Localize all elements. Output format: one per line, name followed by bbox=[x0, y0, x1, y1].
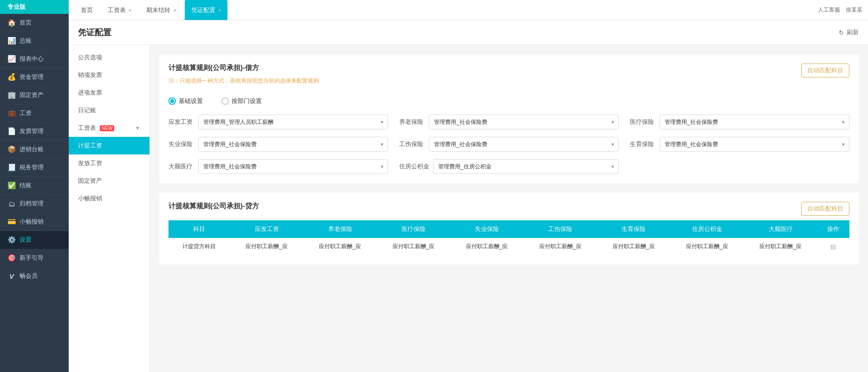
sidebar-item-home[interactable]: 🏠 首页 bbox=[0, 14, 69, 32]
debit-auto-match-btn[interactable]: 自动匹配科目 bbox=[801, 64, 849, 77]
tab-period-label: 期末结转 bbox=[146, 6, 170, 14]
credit-title: 计提核算规则(公司承担)-贷方 bbox=[168, 202, 259, 211]
select-yiliao[interactable]: 管理费用_社会保险费 ▼ bbox=[660, 115, 849, 129]
username: 徐某某 bbox=[846, 6, 862, 14]
credit-section: 计提核算规则(公司承担)-贷方 自动匹配科目 科目 应发工资 养老保险 医疗保险… bbox=[159, 192, 859, 264]
select-gongshang[interactable]: 管理费用_社会保险费 ▼ bbox=[429, 137, 619, 152]
tab-voucher-config[interactable]: 凭证配置 × bbox=[185, 0, 227, 20]
cell-yanglao: 应付职工薪酬_应 bbox=[304, 238, 377, 255]
sidebar-item-fund-management[interactable]: 💰 资金管理 bbox=[0, 68, 69, 86]
form-row-yingfagongzi: 应发工资 管理费用_管理人员职工薪酬 ▼ bbox=[168, 115, 388, 129]
refresh-icon: ↻ bbox=[839, 29, 844, 36]
form-row-gongshang: 工伤保险 管理费用_社会保险费 ▼ bbox=[399, 137, 619, 152]
sidebar-item-settlement[interactable]: ✅ 结账 bbox=[0, 177, 69, 195]
sidebar-item-report-center[interactable]: 📈 报表中心 bbox=[0, 50, 69, 68]
arrow-icon: ▼ bbox=[135, 125, 140, 131]
select-yanglao[interactable]: 管理费用_社会保险费 ▼ bbox=[429, 115, 619, 129]
expenses-icon: 💳 bbox=[7, 218, 16, 226]
sidebar-item-payroll[interactable]: 💼 工资 bbox=[0, 104, 69, 122]
main-area: 首页 工资表 × 期末结转 × 凭证配置 × 人工客服 徐某某 凭证配置 ↻ 刷… bbox=[69, 0, 868, 372]
radio-department[interactable]: 按部门设置 bbox=[221, 97, 262, 105]
nav-accrual-salary[interactable]: 计提工资 bbox=[69, 137, 149, 154]
new-badge: NEW bbox=[100, 125, 114, 131]
tab-payroll-label: 工资表 bbox=[108, 6, 126, 14]
purchase-icon: 📦 bbox=[7, 145, 16, 154]
select-yingfagongzi[interactable]: 管理费用_管理人员职工薪酬 ▼ bbox=[198, 115, 388, 129]
col-action: 操作 bbox=[817, 220, 849, 238]
sidebar-item-purchase-sales[interactable]: 📦 进销台账 bbox=[0, 141, 69, 159]
topbar: 首页 工资表 × 期末结转 × 凭证配置 × 人工客服 徐某某 bbox=[69, 0, 868, 20]
col-shiye: 失业保险 bbox=[450, 220, 524, 238]
tab-period-close-btn[interactable]: × bbox=[173, 7, 176, 13]
form-row-yanglao: 养老保险 管理费用_社会保险费 ▼ bbox=[399, 115, 619, 129]
sidebar-item-archive[interactable]: 🗂 归档管理 bbox=[0, 195, 69, 213]
form-row-gongjijin: 住房公积金 管理费用_住房公积金 ▼ bbox=[399, 159, 619, 174]
ledger-icon: 📊 bbox=[7, 37, 16, 45]
debit-note: 注：只能选择一种方式，系统将按照您当前的选择来配置规则 bbox=[168, 77, 319, 85]
radio-basic[interactable]: 基础设置 bbox=[168, 97, 203, 105]
refresh-btn[interactable]: ↻ 刷新 bbox=[839, 28, 859, 37]
select-shengyu[interactable]: 管理费用_社会保险费 ▼ bbox=[660, 137, 849, 152]
sidebar-item-invoice[interactable]: 📄 发票管理 bbox=[0, 122, 69, 141]
tab-payroll-table[interactable]: 工资表 × bbox=[101, 0, 138, 20]
sidebar-item-tax[interactable]: 🧾 税务管理 bbox=[0, 159, 69, 177]
nav-journal[interactable]: 日记账 bbox=[69, 102, 149, 119]
form-row-shengyu: 生育保险 管理费用_社会保险费 ▼ bbox=[630, 137, 849, 152]
table-row: 计提贷方科目 应付职工薪酬_应 应付职工薪酬_应 应付职工薪酬_应 应付职工薪酬… bbox=[168, 238, 849, 255]
settings-icon: ⚙️ bbox=[7, 236, 16, 244]
nav-fixed-assets2[interactable]: 固定资产 bbox=[69, 172, 149, 190]
page-title: 凭证配置 bbox=[78, 27, 111, 38]
label-yiliao: 医疗保险 bbox=[630, 118, 656, 126]
col-gongshang: 工伤保险 bbox=[524, 220, 597, 238]
sidebar-item-fixed-assets[interactable]: 🏢 固定资产 bbox=[0, 86, 69, 104]
col-yanglao: 养老保险 bbox=[304, 220, 377, 238]
settlement-icon: ✅ bbox=[7, 181, 16, 190]
page-header: 凭证配置 ↻ 刷新 bbox=[69, 20, 868, 45]
col-yingfa: 应发工资 bbox=[230, 220, 303, 238]
cell-yiliao: 应付职工薪酬_应 bbox=[377, 238, 450, 255]
user-service[interactable]: 人工客服 bbox=[818, 6, 840, 14]
cell-shengyu: 应付职工薪酬_应 bbox=[597, 238, 670, 255]
select-daeliao[interactable]: 管理费用_社会保险费 ▼ bbox=[198, 159, 388, 174]
nav-xiaochangbao2[interactable]: 小畅报销 bbox=[69, 190, 149, 207]
sidebar-item-xiaochangbao[interactable]: 💳 小畅报销 bbox=[0, 213, 69, 231]
label-yingfagongzi: 应发工资 bbox=[168, 118, 194, 126]
tab-payroll-close[interactable]: × bbox=[129, 7, 131, 13]
col-subject: 科目 bbox=[168, 220, 230, 238]
label-gongshang: 工伤保险 bbox=[399, 140, 425, 148]
tab-home[interactable]: 首页 bbox=[74, 0, 99, 20]
tax-icon: 🧾 bbox=[7, 163, 16, 172]
select-gongjijin[interactable]: 管理费用_住房公积金 ▼ bbox=[433, 159, 619, 174]
cell-action[interactable]: ⊟ bbox=[817, 238, 849, 255]
cell-shiye: 应付职工薪酬_应 bbox=[450, 238, 524, 255]
label-shengyu: 生育保险 bbox=[630, 140, 656, 148]
left-nav: 公共选项 销项发票 进项发票 日记账 工资表 NEW ▼ 计提工资 bbox=[69, 45, 150, 372]
sidebar-item-member[interactable]: V 畅会员 bbox=[0, 267, 69, 285]
form-row-daeliao: 大额医疗 管理费用_社会保险费 ▼ bbox=[168, 159, 388, 174]
credit-auto-match-btn[interactable]: 自动匹配科目 bbox=[801, 202, 849, 216]
member-icon: V bbox=[7, 272, 16, 280]
nav-purchase-invoice[interactable]: 进项发票 bbox=[69, 84, 149, 102]
select-shiye[interactable]: 管理费用_社会保险费 ▼ bbox=[198, 137, 388, 152]
tab-voucher-close[interactable]: × bbox=[218, 7, 221, 13]
assets-icon: 🏢 bbox=[7, 91, 16, 99]
sidebar-item-general-ledger[interactable]: 📊 总账 bbox=[0, 32, 69, 50]
sidebar-item-settings[interactable]: ⚙️ 设置 bbox=[0, 231, 69, 249]
app-title: 专业版 bbox=[0, 0, 69, 14]
credit-table: 科目 应发工资 养老保险 医疗保险 失业保险 工伤保险 生育保险 住房公积金 大… bbox=[168, 220, 849, 255]
nav-distribute-salary[interactable]: 发放工资 bbox=[69, 154, 149, 172]
right-content: 计提核算规则(公司承担)-借方 注：只能选择一种方式，系统将按照您当前的选择来配… bbox=[150, 45, 868, 372]
delete-row-btn[interactable]: ⊟ bbox=[830, 243, 836, 250]
nav-payroll-table[interactable]: 工资表 NEW ▼ bbox=[69, 119, 149, 137]
sidebar: 专业版 🏠 首页 📊 总账 📈 报表中心 💰 资金管理 🏢 固定资产 💼 工资 … bbox=[0, 0, 69, 372]
tab-period-close[interactable]: 期末结转 × bbox=[140, 0, 182, 20]
cell-subject: 计提贷方科目 bbox=[168, 238, 230, 255]
label-gongjijin: 住房公积金 bbox=[399, 162, 429, 171]
debit-form-grid: 应发工资 管理费用_管理人员职工薪酬 ▼ 养老保险 管理费用_社会保险费 ▼ bbox=[168, 115, 849, 174]
content-area: 公共选项 销项发票 进项发票 日记账 工资表 NEW ▼ 计提工资 bbox=[69, 45, 868, 372]
sidebar-item-guide[interactable]: 🎯 新手引导 bbox=[0, 249, 69, 267]
nav-public-options[interactable]: 公共选项 bbox=[69, 49, 149, 66]
debit-radio-group: 基础设置 按部门设置 bbox=[168, 97, 849, 105]
cell-gongjijin: 应付职工薪酬_应 bbox=[671, 238, 744, 255]
nav-sales-invoice[interactable]: 销项发票 bbox=[69, 66, 149, 84]
